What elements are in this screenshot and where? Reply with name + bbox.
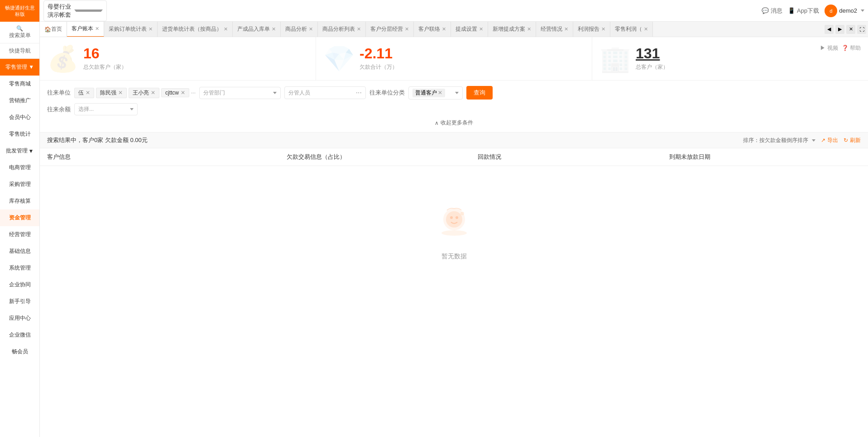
tab-goods-analysis-list[interactable]: 商品分析列表 ✕: [318, 22, 366, 37]
sidebar-item-wholesale-mgmt[interactable]: 批发管理 ▼: [0, 142, 39, 159]
tab-close-icon[interactable]: ✕: [644, 26, 648, 32]
sidebar-item-basic-info[interactable]: 基础信息: [0, 243, 39, 260]
stat-total-debt: 💎 -2.11 欠款合计（万）: [316, 37, 592, 80]
unit-tag-2: 王小亮 ✕: [129, 88, 159, 98]
staff-filter[interactable]: 分管人员 ···: [284, 86, 366, 99]
tab-home[interactable]: 🏠 首页: [40, 22, 67, 37]
tab-label: 经营情况: [541, 25, 562, 33]
tab-purchase-order-stats[interactable]: 采购订单统计表 ✕: [104, 22, 158, 37]
sidebar-item-app-center[interactable]: 应用中心: [0, 310, 39, 327]
sidebar-item-label: 系统管理: [9, 265, 31, 271]
sidebar: 畅捷通好生意 标版 🔍 搜索菜单 快捷导航 零售管理 ▼ 零售商城 营销推广 会…: [0, 0, 40, 437]
sidebar-search[interactable]: 🔍 搜索菜单: [0, 22, 39, 43]
user-menu[interactable]: d demo2: [825, 5, 864, 17]
app-download-button[interactable]: 📱 App下载: [788, 7, 819, 15]
tab-customer-ledger[interactable]: 客户账本 ✕: [67, 22, 104, 37]
tab-cost-warehousing[interactable]: 产成品入库单 ✕: [233, 22, 281, 37]
tab-profit-report[interactable]: 利润报告 ✕: [573, 22, 610, 37]
query-button[interactable]: 查询: [466, 86, 493, 100]
sidebar-item-capital-mgmt[interactable]: 资金管理: [0, 209, 39, 226]
refresh-button[interactable]: ↻ 刷新: [844, 137, 861, 144]
account-dropdown[interactable]: 母婴行业演示帐套: [43, 0, 107, 21]
result-info: 搜索结果中，客户0家 欠款金额 0.00元: [47, 136, 148, 144]
sidebar-item-retail-mgmt[interactable]: 零售管理 ▼: [0, 59, 39, 76]
topbar: 母婴行业演示帐套 💬 消息 📱 App下载 d demo2: [40, 0, 868, 22]
account-label: 母婴行业演示帐套: [48, 3, 72, 19]
tab-scroll-right[interactable]: ▶: [835, 25, 844, 34]
chevron-up-icon: ∧: [435, 120, 439, 126]
sidebar-item-ecommerce[interactable]: 电商管理: [0, 159, 39, 176]
tab-customer-segment[interactable]: 客户分层经营 ✕: [366, 22, 414, 37]
sidebar-item-enterprise-wechat[interactable]: 企业微信: [0, 327, 39, 343]
balance-filter[interactable]: 选择...: [74, 103, 138, 115]
main-area: 母婴行业演示帐套 💬 消息 📱 App下载 d demo2 🏠: [40, 0, 868, 437]
tab-close-icon[interactable]: ✕: [357, 26, 361, 32]
sidebar-item-operations[interactable]: 经营管理: [0, 226, 39, 243]
tab-close-icon[interactable]: ✕: [601, 26, 605, 32]
sidebar-item-retail-mall[interactable]: 零售商城: [0, 76, 39, 92]
classify-filter[interactable]: 普通客户 ✕: [408, 86, 463, 100]
sidebar-item-marketing[interactable]: 营销推广: [0, 92, 39, 109]
help-link[interactable]: ❓ 帮助: [842, 44, 861, 52]
sidebar-item-label: 批发管理: [6, 147, 28, 155]
tab-goods-analysis[interactable]: 商品分析 ✕: [281, 22, 318, 37]
table-header: 客户信息 欠款交易信息（占比） 回款情况 到期未放款日期: [40, 148, 868, 166]
sidebar-item-new-guide[interactable]: 新手引导: [0, 293, 39, 310]
tab-customer-contact[interactable]: 客户联络 ✕: [414, 22, 451, 37]
tab-close-all[interactable]: ✕: [846, 25, 855, 34]
total-debt-label: 欠款合计（万）: [360, 63, 581, 71]
remove-classify-icon[interactable]: ✕: [438, 90, 442, 96]
remove-unit-tag-3[interactable]: ✕: [181, 90, 185, 96]
tab-scroll-left[interactable]: ◀: [825, 25, 834, 34]
tab-close-icon[interactable]: ✕: [224, 26, 228, 32]
dept-filter[interactable]: 分管部门: [199, 87, 281, 99]
filter-row-1: 往来单位 伍 ✕ 陈民强 ✕ 王小亮 ✕ cjttcw: [47, 86, 861, 100]
remove-unit-tag-2[interactable]: ✕: [151, 90, 155, 96]
col-repay-info: 回款情况: [478, 153, 669, 161]
sidebar-item-sys-mgmt[interactable]: 系统管理: [0, 260, 39, 276]
collapse-label: 收起更多条件: [441, 119, 473, 127]
sidebar-item-membership[interactable]: 畅会员: [0, 343, 39, 360]
sidebar-item-retail-stats[interactable]: 零售统计: [0, 126, 39, 142]
tab-close-icon[interactable]: ✕: [309, 26, 313, 32]
sidebar-item-purchase-mgmt[interactable]: 采购管理: [0, 176, 39, 193]
sidebar-item-label: 库存核算: [9, 198, 31, 204]
chevron-down-icon: ▼: [29, 148, 34, 154]
sidebar-item-inventory[interactable]: 库存核算: [0, 193, 39, 209]
tab-close-icon[interactable]: ✕: [149, 26, 153, 32]
tab-close-icon[interactable]: ✕: [442, 26, 446, 32]
quick-nav[interactable]: 快捷导航: [0, 43, 39, 59]
sidebar-item-enterprise[interactable]: 企业协同: [0, 276, 39, 293]
sort-control[interactable]: 排序：按欠款金额倒序排序: [743, 137, 815, 144]
tab-retail-profit[interactable]: 零售利润（ ✕: [610, 22, 653, 37]
more-tags-button[interactable]: ···: [191, 90, 196, 96]
export-button[interactable]: ↗ 导出: [821, 137, 838, 144]
tab-new-boost[interactable]: 新增提成方案 ✕: [488, 22, 536, 37]
remove-unit-tag-0[interactable]: ✕: [86, 90, 90, 96]
tab-operations-status[interactable]: 经营情况 ✕: [536, 22, 573, 37]
tab-maximize[interactable]: ⛶: [857, 25, 866, 34]
stat-total-customers: 💰 16 总欠款客户（家）: [40, 37, 316, 80]
dropdown-arrow-icon: [74, 10, 103, 12]
tab-close-icon[interactable]: ✕: [405, 26, 409, 32]
sidebar-item-label: 零售商城: [9, 81, 31, 87]
tab-close-icon[interactable]: ✕: [564, 26, 568, 32]
tab-close-icon[interactable]: ✕: [527, 26, 531, 32]
collapse-button[interactable]: ∧ 收起更多条件: [47, 119, 861, 127]
svg-point-0: [441, 230, 467, 236]
tab-goods-stats[interactable]: 进货单统计表（按商品） ✕: [158, 22, 233, 37]
tab-scroll-controls: ◀ ▶ ✕ ⛶: [825, 25, 868, 34]
tab-close-icon[interactable]: ✕: [272, 26, 276, 32]
table: 客户信息 欠款交易信息（占比） 回款情况 到期未放款日期: [40, 148, 868, 297]
total-clients-label: 总客户（家）: [636, 63, 857, 71]
sidebar-item-member-center[interactable]: 会员中心: [0, 109, 39, 126]
tab-boost-settings[interactable]: 提成设置 ✕: [451, 22, 488, 37]
tab-close-icon[interactable]: ✕: [95, 26, 99, 32]
remove-unit-tag-1[interactable]: ✕: [118, 90, 123, 96]
refresh-icon: ↻: [844, 137, 848, 143]
tab-label: 产成品入库单: [237, 25, 270, 33]
tab-close-icon[interactable]: ✕: [479, 26, 483, 32]
tab-bar: 🏠 首页 客户账本 ✕ 采购订单统计表 ✕ 进货单统计表（按商品） ✕ 产成品入…: [40, 22, 868, 37]
message-button[interactable]: 💬 消息: [762, 7, 782, 15]
video-link[interactable]: ▶ 视频: [820, 44, 838, 52]
